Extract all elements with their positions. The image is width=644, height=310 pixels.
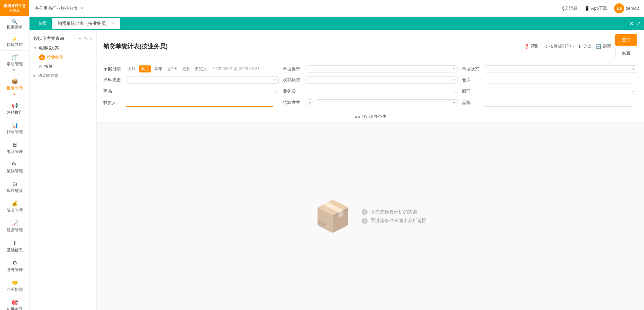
- industry-label: 办公用品行业模拟账套: [35, 5, 78, 11]
- order-type-filter-item: 单据类型 ▾: [283, 65, 458, 72]
- scheme-desktop[interactable]: ▼ 电脑端方案: [30, 44, 96, 53]
- main-area: 办公用品行业模拟账套 ▾ 💬 消息 📱 App下载 Ea demo2 首页 销货…: [30, 0, 644, 310]
- goods-label: 商品: [103, 88, 123, 94]
- order-status-select[interactable]: ▾: [485, 65, 637, 72]
- date-tab-last-month[interactable]: 上月: [126, 65, 137, 72]
- topbar-left: 办公用品行业模拟账套 ▾: [35, 5, 83, 11]
- export-button[interactable]: ⬇ 导出: [578, 43, 592, 49]
- template-print-button[interactable]: 🖨 按模板打印 ▾: [543, 43, 574, 49]
- operations-icon: 📈: [11, 220, 18, 226]
- receiver-label: 收货人: [103, 100, 123, 106]
- industry-dropdown-icon[interactable]: ▾: [81, 6, 83, 11]
- query-button[interactable]: 查询: [615, 34, 637, 46]
- edit-scheme-icon[interactable]: ✎: [84, 36, 88, 42]
- sidebar-item-basic-info[interactable]: ℹ 基础信息: [0, 237, 29, 256]
- add-scheme-icon[interactable]: +: [78, 36, 82, 42]
- user-menu[interactable]: Ea demo2: [614, 3, 639, 13]
- settlement-filter-item: 结算方式 × ▾: [283, 99, 458, 107]
- app-download-button[interactable]: 📱 App下载: [584, 5, 607, 11]
- date-tab-7days[interactable]: 近7天: [166, 65, 179, 72]
- sidebar-item-inventory[interactable]: 🗂 库存核算: [0, 177, 29, 197]
- message-button[interactable]: 💬 消息: [562, 5, 578, 11]
- scheme-header-icons: + ✎ «: [78, 36, 92, 42]
- sidebar-item-finance[interactable]: 💰 资金管理: [0, 197, 29, 217]
- collect-status-label: 收款状态: [283, 77, 303, 83]
- tab-close-icon[interactable]: ✕: [112, 22, 115, 25]
- page-header: 销货单统计表(按业务员) ❓ 帮助 🖨 按模板打印 ▾ ⬇ 导出: [97, 30, 644, 61]
- brand-input[interactable]: [485, 99, 632, 107]
- salesman-more-icon[interactable]: …: [454, 89, 458, 94]
- logo-line2: 标准版: [4, 8, 26, 12]
- sidebar-item-sales[interactable]: 📊 销售管理: [0, 119, 29, 139]
- goods-more-icon[interactable]: …: [275, 89, 279, 94]
- date-tab-custom[interactable]: 自定义: [194, 65, 208, 72]
- collect-status-select[interactable]: ▾: [306, 76, 458, 84]
- finance-icon: 💰: [11, 200, 18, 207]
- help-icon: ❓: [524, 44, 529, 49]
- department-filter-item: 部门 ▾: [462, 87, 637, 95]
- scheme-salesman-label: 按业务员: [47, 55, 63, 60]
- message-icon: 💬: [562, 6, 568, 11]
- salesman-input[interactable]: [306, 87, 453, 95]
- scheme-by-order[interactable]: ⊞ 按单: [35, 62, 96, 71]
- salesman-label: 业务员: [283, 88, 303, 94]
- home-tab-label: 首页: [38, 20, 47, 27]
- warehouse-more-icon[interactable]: …: [633, 78, 637, 82]
- help-button[interactable]: ❓ 帮助: [524, 43, 539, 49]
- goods-filter-item: 商品 …: [103, 87, 279, 95]
- empty-content-area: 📦 1 请先选择要分析的方案 2 用过滤条件来缩小分析范围: [97, 122, 644, 310]
- brand-more-icon[interactable]: …: [633, 100, 637, 105]
- hint-number-2: 2: [362, 218, 368, 224]
- sidebar-item-guide[interactable]: 🎯 新手引导: [0, 296, 29, 310]
- date-tab-more[interactable]: 更多: [181, 65, 192, 72]
- quick-nav-item[interactable]: ⚡ 快捷导航: [0, 34, 29, 51]
- sidebar-item-retail[interactable]: 🛒 零售管理 ▶: [0, 51, 29, 75]
- salesman-filter-item: 业务员 …: [283, 87, 458, 95]
- settings-button[interactable]: 设置: [615, 48, 637, 58]
- sidebar-item-wholesale[interactable]: 📦 批发管理 ▲: [0, 75, 29, 99]
- department-select[interactable]: ▾: [485, 88, 637, 95]
- sidebar-item-marketing[interactable]: 📢 营销推广: [0, 99, 29, 119]
- settlement-tag-close[interactable]: ×: [309, 100, 311, 105]
- tabs-window-actions: ✕ ⤢: [629, 20, 641, 27]
- tab-home[interactable]: 首页: [33, 18, 52, 29]
- date-tab-this-year[interactable]: 本年: [153, 65, 164, 72]
- receiver-more-icon[interactable]: …: [275, 100, 279, 105]
- out-status-filter-item: 出库状态 ▾: [103, 76, 279, 84]
- scheme-mobile[interactable]: ▶ 移动端方案: [30, 71, 96, 80]
- right-content-area: 销货单统计表(按业务员) ❓ 帮助 🖨 按模板打印 ▾ ⬇ 导出: [97, 30, 644, 310]
- order-type-select[interactable]: ▾: [306, 65, 458, 72]
- sidebar-item-operations[interactable]: 📈 经营管理: [0, 217, 29, 237]
- sidebar-item-ecommerce[interactable]: 🖥 电商管理: [0, 139, 29, 158]
- guide-icon: 🎯: [11, 299, 18, 306]
- settlement-select[interactable]: ▾: [316, 99, 458, 106]
- refresh-button[interactable]: 🔄 刷新: [596, 43, 611, 49]
- purchase-icon: 🛍: [12, 161, 17, 167]
- scheme-by-salesman[interactable]: ● 按业务员: [35, 53, 96, 62]
- warehouse-input[interactable]: [485, 76, 632, 84]
- sidebar-item-purchase[interactable]: 🛍 采购管理: [0, 158, 29, 177]
- close-window-icon[interactable]: ✕: [629, 20, 634, 27]
- empty-hint-1: 1 请先选择要分析的方案: [362, 209, 427, 215]
- date-tabs: 上月 本月 本年 近7天 更多 自定义: [126, 65, 208, 72]
- receiver-input[interactable]: [126, 99, 273, 107]
- print-icon: 🖨: [543, 44, 548, 49]
- chevron-right-icon: ▶: [13, 68, 16, 71]
- scheme-mobile-label: 移动端方案: [38, 73, 58, 79]
- order-status-filter-item: 单据状态 ▾: [462, 65, 637, 72]
- sidebar-item-collab[interactable]: 🤝 企业协同: [0, 276, 29, 296]
- avatar: Ea: [614, 3, 624, 13]
- out-status-select[interactable]: ▾: [126, 76, 279, 84]
- search-menu-item[interactable]: 🔍 搜索菜单: [0, 16, 29, 34]
- tab-sales-stats[interactable]: 销货单统计表（按业务员） ✕: [52, 18, 120, 29]
- empty-state: 📦 1 请先选择要分析的方案 2 用过滤条件来缩小分析范围: [314, 199, 427, 234]
- date-tab-this-month[interactable]: 本月: [139, 65, 151, 72]
- settlement-tag: ×: [306, 99, 314, 106]
- filter-area: 单据日期 上月 本月 本年 近7天 更多 自定义 2023-03-01 至 20…: [97, 61, 644, 111]
- collapse-filter-button[interactable]: ∧∧ 收起更多条件: [97, 111, 644, 122]
- collapse-panel-icon[interactable]: «: [90, 36, 92, 42]
- sidebar-item-system[interactable]: ⚙ 系统管理: [0, 256, 29, 276]
- maximize-icon[interactable]: ⤢: [636, 20, 641, 27]
- goods-input[interactable]: [126, 87, 273, 95]
- left-scheme-panel: 按以下方案查询 + ✎ « ▼ 电脑端方案 ● 按业务员 ⊞ 按单: [30, 30, 97, 310]
